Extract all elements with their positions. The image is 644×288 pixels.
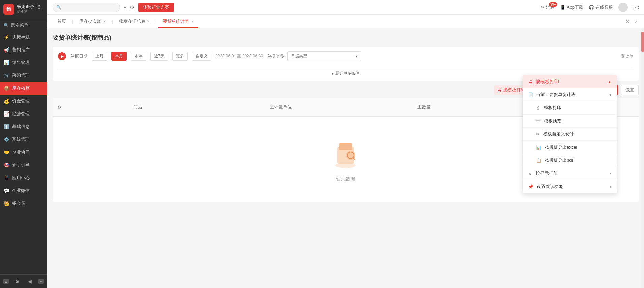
empty-text: 暂无数据 <box>336 176 355 182</box>
user-avatar[interactable] <box>618 3 628 12</box>
date-btn-this-year[interactable]: 本年 <box>131 52 146 61</box>
template-design-btn[interactable]: ✏ 模板自定义设计 <box>523 128 617 141</box>
dropdown-header-arrow[interactable]: ▲ <box>608 79 612 84</box>
topbar-right: ✉ 消息 99+ 📱 App下载 🎧 在线客服 Rit <box>541 3 639 12</box>
page-content: 要货单统计表(按商品) ▶ 单据日期 上月 本月 本年 近7天 更多 自定义 2… <box>47 28 644 288</box>
search-icon: 🔍 <box>56 5 61 10</box>
wechat-icon: 💬 <box>3 188 9 194</box>
type-select[interactable]: 单据类型 ▾ <box>287 51 361 61</box>
date-btn-more[interactable]: 更多 <box>172 52 188 61</box>
scrollbar-thumb[interactable] <box>641 32 644 52</box>
experience-btn[interactable]: 体验行业方案 <box>138 3 174 12</box>
window-close-btn[interactable]: ✕ <box>625 19 631 24</box>
date-btn-custom[interactable]: 自定义 <box>192 52 211 61</box>
export-excel-btn[interactable]: 📊 按模板导出excel <box>523 141 617 154</box>
sidebar-item-members[interactable]: 👑 畅会员 <box>0 197 47 210</box>
set-default-group[interactable]: 📌 设置默认功能 ▾ <box>523 180 617 193</box>
template-preview-btn[interactable]: 👁 模板预览 <box>523 115 617 128</box>
messages-btn[interactable]: ✉ 消息 99+ <box>541 4 555 10</box>
finance-icon: 💰 <box>3 98 9 104</box>
tab-inventory-batch[interactable]: 库存批次账 × <box>75 15 110 28</box>
set-default-icon: 📌 <box>528 184 533 189</box>
display-print-group[interactable]: 🖨 按显示打印 ▾ <box>523 167 617 180</box>
enterprise-icon: 🤝 <box>3 149 9 155</box>
collapse-icon[interactable]: ◀ <box>26 277 34 285</box>
print-header-icon: 🖨 <box>528 79 533 85</box>
close-order-stats-tab[interactable]: × <box>191 19 194 24</box>
sidebar-item-marketing[interactable]: 📢 营销推广 <box>0 43 47 56</box>
search-icon: 🔍 <box>3 23 9 28</box>
sidebar-item-quick-nav[interactable]: ⚡ 快捷导航 <box>0 31 47 43</box>
empty-illustration <box>329 137 362 170</box>
filter-type-container: 单据类型 单据类型 ▾ <box>267 51 617 61</box>
inventory-icon: 📦 <box>3 85 9 91</box>
goods-filter-icon: 要货单 <box>621 53 633 59</box>
members-icon: 👑 <box>3 200 9 206</box>
marketing-icon: 📢 <box>3 47 9 53</box>
sidebar-nav: ⚡ 快捷导航 📢 营销推广 📊 销售管理 🛒 采购管理 📦 库存核算 💰 资金管… <box>0 31 47 274</box>
table-settings-col[interactable]: ⚙ <box>53 102 66 113</box>
scroll-up-btn[interactable]: ▲ <box>3 279 9 284</box>
goods-filter: 要货单 <box>621 53 633 59</box>
tab-receivables[interactable]: 收发存汇总表 × <box>114 15 154 28</box>
window-controls: ✕ ⤢ <box>625 19 639 24</box>
quick-nav-icon: ⚡ <box>3 34 9 40</box>
headset-icon: 🎧 <box>589 5 594 10</box>
window-expand-btn[interactable]: ⤢ <box>633 19 639 24</box>
eye-icon: 👁 <box>536 119 540 124</box>
sidebar-item-inventory[interactable]: 📦 库存核算 <box>0 82 47 95</box>
sidebar-item-enterprise[interactable]: 🤝 企业协同 <box>0 146 47 159</box>
date-btn-7days[interactable]: 近7天 <box>150 52 168 61</box>
set-default-arrow: ▾ <box>610 184 612 189</box>
topbar: 🔍 ▾ ⚙ 体验行业方案 ✉ 消息 99+ 📱 App下载 🎧 在线客服 Rit <box>47 0 644 15</box>
expand-row: ▾ 展开更多条件 <box>58 65 633 76</box>
current-template-row[interactable]: 📄 当前：要货单统计表 ▾ <box>523 88 617 101</box>
sales-icon: 📊 <box>3 60 9 66</box>
topbar-search[interactable]: 🔍 <box>53 3 120 12</box>
display-print-arrow: ▾ <box>610 171 612 176</box>
tab-order-stats[interactable]: 要货单统计表 × <box>158 15 198 28</box>
sidebar-item-system[interactable]: ⚙️ 系统管理 <box>0 133 47 146</box>
sidebar-item-sales[interactable]: 📊 销售管理 <box>0 56 47 69</box>
close-inventory-batch-tab[interactable]: × <box>103 19 106 24</box>
apps-icon: 📱 <box>3 175 9 181</box>
phone-icon: 📱 <box>560 5 565 10</box>
tab-home[interactable]: 首页 <box>53 15 71 28</box>
sidebar-search[interactable]: 🔍 搜索菜单 <box>0 19 47 31</box>
svg-rect-2 <box>339 143 352 150</box>
logo-text: 畅捷通好生意 标准版 <box>17 4 41 14</box>
current-arrow-icon: ▾ <box>609 92 612 97</box>
app-logo: 畅 畅捷通好生意 标准版 <box>0 0 47 19</box>
close-receivables-tab[interactable]: × <box>147 19 150 24</box>
topbar-dropdown-arrow[interactable]: ▾ <box>124 5 126 10</box>
settings-icon[interactable]: ⚙ <box>13 277 21 285</box>
sidebar-item-wechat[interactable]: 💬 企业微信 <box>0 184 47 197</box>
filter-collapse-btn[interactable]: ▶ <box>58 52 66 60</box>
basic-icon: ℹ️ <box>3 124 9 130</box>
newbie-icon: 🎯 <box>3 162 9 168</box>
print-dropdown-menu: 🖨 按模板打印 ▲ 📄 当前：要货单统计表 ▾ 🖨 模板打印 👁 模板预览 <box>523 75 617 193</box>
date-btn-this-month[interactable]: 本月 <box>111 52 127 61</box>
sidebar-item-purchase[interactable]: 🛒 采购管理 <box>0 69 47 82</box>
app-download-btn[interactable]: 📱 App下载 <box>560 4 583 10</box>
sidebar-item-newbie[interactable]: 🎯 新手引导 <box>0 159 47 171</box>
col-quantity: 主数量 <box>352 101 496 113</box>
scroll-down-btn[interactable]: ▼ <box>38 279 44 284</box>
export-pdf-btn[interactable]: 📋 按模板导出pdf <box>523 154 617 167</box>
topbar-gear-icon[interactable]: ⚙ <box>130 5 134 10</box>
purchase-icon: 🛒 <box>3 72 9 78</box>
date-btn-last-month[interactable]: 上月 <box>92 52 107 61</box>
sidebar-item-operations[interactable]: 📈 经营管理 <box>0 107 47 120</box>
sidebar-item-apps[interactable]: 📱 应用中心 <box>0 171 47 184</box>
col-unit: 主计量单位 <box>209 101 353 113</box>
settings-btn[interactable]: 设置 <box>621 85 639 95</box>
edit-icon: ✏ <box>536 132 540 137</box>
sidebar-item-basic[interactable]: ℹ️ 基础信息 <box>0 120 47 133</box>
date-label: 单据日期 <box>70 53 88 59</box>
scrollbar-track <box>641 28 644 288</box>
template-print-btn[interactable]: 🖨 模板打印 <box>523 101 617 115</box>
online-service-btn[interactable]: 🎧 在线客服 <box>589 4 613 10</box>
sidebar: 畅 畅捷通好生意 标准版 🔍 搜索菜单 ⚡ 快捷导航 📢 营销推广 📊 销售管理… <box>0 0 47 288</box>
type-label: 单据类型 <box>267 53 285 59</box>
sidebar-item-finance[interactable]: 💰 资金管理 <box>0 95 47 107</box>
